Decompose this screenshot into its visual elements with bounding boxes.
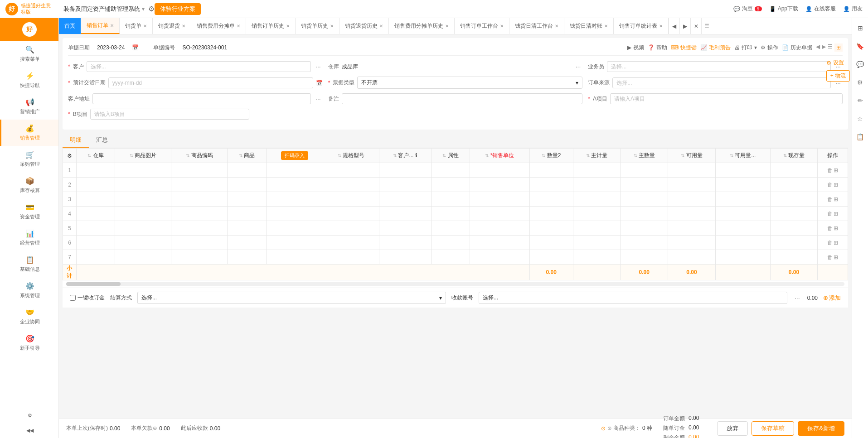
table-cell[interactable] — [77, 207, 115, 221]
table-cell[interactable] — [379, 236, 431, 250]
table-cell[interactable] — [621, 236, 668, 250]
payment-method-select[interactable]: 选择... ▾ — [137, 292, 446, 304]
sidebar-item-quicknav[interactable]: ⚡ 快捷导航 — [0, 67, 58, 93]
table-cell[interactable] — [621, 192, 668, 207]
table-cell[interactable] — [715, 178, 770, 192]
table-cell[interactable] — [715, 163, 770, 178]
sidebar-item-purchase[interactable]: 🛒 采购管理 — [0, 146, 58, 172]
sidebar-item-search[interactable]: 🔍 搜索菜单 — [0, 41, 58, 67]
table-cell[interactable] — [529, 163, 573, 178]
invoice-type-select[interactable]: 不开票 ▾ — [357, 77, 582, 89]
tab-return[interactable]: 销货退货 ✕ — [153, 18, 191, 34]
settings-icon[interactable]: ⚙ — [148, 5, 155, 13]
table-cell[interactable] — [266, 236, 323, 250]
table-cell[interactable] — [668, 221, 716, 236]
table-cell[interactable] — [228, 236, 266, 250]
table-cell[interactable] — [228, 250, 266, 265]
table-cell[interactable] — [431, 178, 470, 192]
sidebar-item-management[interactable]: 📊 经营管理 — [0, 225, 58, 251]
tab-close-icon[interactable]: ✕ — [286, 24, 290, 29]
col-customer-code[interactable]: ⇅ 客户... ℹ — [379, 149, 431, 163]
tab-sales-history[interactable]: 销售订单历史 ✕ — [246, 18, 296, 34]
scrollbar-track[interactable] — [66, 282, 844, 286]
one-click-checkbox[interactable] — [70, 295, 76, 301]
table-cell[interactable] — [470, 236, 530, 250]
order-source-input[interactable] — [612, 77, 831, 88]
col-available2[interactable]: ⇅ 可用量... — [715, 149, 770, 163]
right-panel-icon-3[interactable]: 💬 — [854, 58, 867, 71]
table-cell[interactable] — [115, 192, 171, 207]
table-cell[interactable] — [171, 221, 228, 236]
grid-view-icon[interactable]: ⊞ — [834, 43, 843, 52]
table-cell[interactable] — [573, 178, 621, 192]
table-cell[interactable] — [470, 207, 530, 221]
tab-prev-btn[interactable]: ◀ — [669, 18, 679, 34]
gear-settings-btn[interactable]: ⚙ 设置 — [826, 59, 850, 67]
solution-button[interactable]: 体验行业方案 — [155, 3, 201, 15]
calendar-icon[interactable]: 📅 — [132, 44, 139, 51]
shortcut-btn[interactable]: ⌨ 快捷键 — [671, 44, 697, 52]
table-cell[interactable] — [573, 236, 621, 250]
table-cell[interactable] — [266, 207, 323, 221]
table-cell[interactable] — [668, 250, 716, 265]
sidebar-item-marketing[interactable]: 📢 营销推广 — [0, 93, 58, 120]
sidebar-item-guide[interactable]: 🎯 新手引导 — [0, 330, 58, 356]
table-cell[interactable] — [470, 163, 530, 178]
table-cell[interactable] — [431, 236, 470, 250]
table-cell[interactable] — [621, 221, 668, 236]
tab-daily-workbench[interactable]: 钱货日清工作台 ✕ — [509, 18, 564, 34]
delete-icon[interactable]: 🗑 — [827, 240, 833, 246]
table-cell[interactable] — [715, 236, 770, 250]
table-cell[interactable] — [715, 221, 770, 236]
sidebar-item-collapse[interactable]: ◀◀ — [0, 423, 58, 438]
tab-expense-history[interactable]: 销售费用分摊单历史 ✕ — [389, 18, 455, 34]
operation-btn[interactable]: ⚙ 操作 — [761, 44, 778, 52]
scan-button[interactable]: 扫码录入 — [281, 151, 308, 160]
right-panel-icon-1[interactable]: ⊞ — [854, 22, 867, 34]
customer-input[interactable] — [87, 61, 311, 72]
col-available[interactable]: ⇅ 可用量 — [668, 149, 716, 163]
copy-icon[interactable]: ⊞ — [834, 225, 838, 231]
scrollbar-thumb[interactable] — [66, 282, 121, 286]
table-cell[interactable] — [770, 163, 818, 178]
tab-close-icon[interactable]: ✕ — [659, 24, 663, 29]
table-cell[interactable] — [770, 192, 818, 207]
b-project-input[interactable] — [90, 109, 249, 120]
col-spec[interactable]: ⇅ 规格型号 — [323, 149, 379, 163]
table-cell[interactable] — [379, 178, 431, 192]
delete-icon[interactable]: 🗑 — [827, 196, 833, 202]
sidebar-item-system[interactable]: ⚙️ 系统管理 — [0, 277, 58, 303]
right-panel-icon-4[interactable]: ⚙ — [854, 76, 867, 89]
table-cell[interactable] — [323, 192, 379, 207]
table-cell[interactable] — [171, 207, 228, 221]
system-name-dropdown[interactable]: ▾ — [142, 6, 145, 12]
message-nav[interactable]: 💬 淘豆 9 — [733, 5, 762, 13]
sidebar-item-finance[interactable]: 💳 资金管理 — [0, 198, 58, 225]
table-cell[interactable] — [77, 192, 115, 207]
tab-close-icon[interactable]: ✕ — [330, 24, 334, 29]
table-cell[interactable] — [323, 221, 379, 236]
tab-close-icon[interactable]: ✕ — [500, 24, 504, 29]
col-code[interactable]: ⇅ 商品编码 — [171, 149, 228, 163]
right-nav-icon[interactable]: ▶ — [822, 43, 826, 52]
add-goods-btn[interactable]: + 物流 — [826, 70, 850, 82]
col-goods[interactable]: ⇅ 商品 — [228, 149, 266, 163]
table-cell[interactable] — [470, 221, 530, 236]
table-cell[interactable] — [770, 250, 818, 265]
right-panel-icon-6[interactable]: ☆ — [854, 112, 867, 125]
table-cell[interactable] — [379, 192, 431, 207]
col-scan[interactable]: 扫码录入 — [266, 149, 323, 163]
tab-close-icon[interactable]: ✕ — [143, 24, 147, 29]
table-cell[interactable] — [529, 236, 573, 250]
table-cell[interactable] — [115, 178, 171, 192]
table-cell[interactable] — [529, 221, 573, 236]
goods-count-icon[interactable]: ⊙ — [601, 425, 606, 432]
table-cell[interactable] — [115, 163, 171, 178]
warehouse-ellipsis-btn[interactable]: ··· — [574, 63, 583, 70]
table-cell[interactable] — [171, 178, 228, 192]
table-cell[interactable] — [715, 207, 770, 221]
history-btn[interactable]: 📄 历史单据 — [782, 44, 812, 52]
table-cell[interactable] — [115, 221, 171, 236]
tab-home[interactable]: 首页 — [59, 18, 81, 34]
print-btn[interactable]: 🖨 打印 ▾ — [734, 44, 757, 52]
